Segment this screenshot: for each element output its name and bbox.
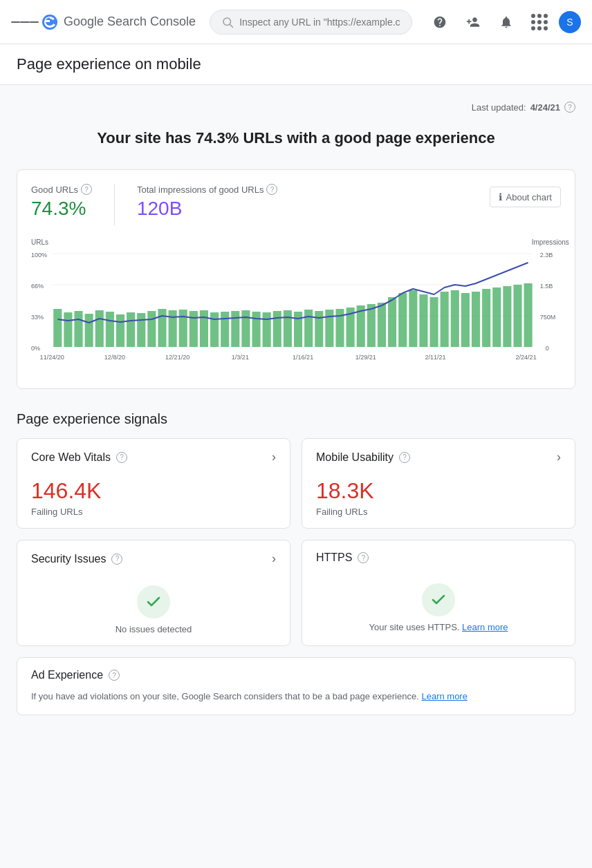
https-header: HTTPS ? <box>316 551 561 564</box>
svg-rect-17 <box>53 309 62 347</box>
signals-grid: Core Web Vitals ? › 146.4K Failing URLs … <box>17 438 575 646</box>
ad-experience-help-icon[interactable]: ? <box>109 670 120 681</box>
chart-metrics: Good URLs ? 74.3% Total impressions of g… <box>31 184 277 225</box>
avatar[interactable]: S <box>559 11 581 33</box>
svg-rect-43 <box>325 310 333 347</box>
svg-rect-58 <box>482 289 490 347</box>
page-title-bar: Page experience on mobile <box>0 44 592 85</box>
svg-rect-42 <box>315 311 323 347</box>
security-issues-check-text: No issues detected <box>115 624 192 634</box>
header-actions: S <box>426 8 581 36</box>
last-updated-date: 4/24/21 <box>530 102 560 113</box>
last-updated-help-icon[interactable]: ? <box>564 102 575 113</box>
core-web-vitals-header: Core Web Vitals ? › <box>31 450 276 464</box>
svg-text:66%: 66% <box>31 283 44 290</box>
svg-rect-61 <box>513 285 521 347</box>
svg-rect-60 <box>503 286 511 347</box>
about-chart-button[interactable]: ℹ About chart <box>490 187 562 207</box>
svg-rect-59 <box>492 287 501 347</box>
security-issues-help-icon[interactable]: ? <box>111 554 122 565</box>
svg-rect-54 <box>441 292 449 347</box>
https-card: HTTPS ? Your site uses HTTPS. Learn more <box>302 540 575 646</box>
svg-text:1/16/21: 1/16/21 <box>293 354 313 361</box>
svg-text:1/29/21: 1/29/21 <box>355 354 376 361</box>
core-web-vitals-chevron-icon[interactable]: › <box>272 450 276 464</box>
good-urls-metric: Good URLs ? 74.3% <box>31 184 92 220</box>
mobile-usability-chevron-icon[interactable]: › <box>557 450 561 464</box>
https-learn-more-link[interactable]: Learn more <box>462 622 508 632</box>
ad-experience-description: If you have ad violations on your site, … <box>31 690 561 704</box>
main-content: Last updated: 4/24/21 ? Your site has 74… <box>0 85 592 732</box>
svg-text:0: 0 <box>546 345 549 352</box>
help-icon <box>433 15 447 29</box>
mobile-usability-value: 18.3K <box>316 478 561 504</box>
menu-button[interactable] <box>11 8 39 36</box>
svg-rect-20 <box>85 314 93 347</box>
svg-text:1/3/21: 1/3/21 <box>232 354 249 361</box>
info-icon: ℹ <box>499 191 502 202</box>
bell-icon <box>499 15 513 29</box>
search-bar[interactable] <box>210 10 412 35</box>
apps-grid-icon <box>531 14 548 30</box>
help-button[interactable] <box>426 8 454 36</box>
svg-rect-27 <box>158 309 166 347</box>
core-web-vitals-help-icon[interactable]: ? <box>116 452 127 463</box>
ad-experience-card: Ad Experience ? If you have ad violation… <box>17 657 575 715</box>
search-input[interactable] <box>239 17 400 28</box>
svg-rect-51 <box>409 290 417 347</box>
page-title: Page experience on mobile <box>17 55 575 73</box>
svg-rect-18 <box>64 312 72 347</box>
svg-text:100%: 100% <box>31 252 47 258</box>
last-updated-label: Last updated: <box>472 102 526 113</box>
core-web-vitals-card: Core Web Vitals ? › 146.4K Failing URLs <box>17 438 290 529</box>
svg-rect-32 <box>210 312 219 347</box>
svg-line-2 <box>230 24 233 27</box>
svg-rect-23 <box>116 314 124 347</box>
svg-text:URLs: URLs <box>31 238 48 246</box>
impressions-help-icon[interactable]: ? <box>266 184 277 195</box>
svg-text:Impressions: Impressions <box>532 238 569 246</box>
notifications-button[interactable] <box>492 8 520 36</box>
mobile-usability-title: Mobile Usability ? <box>316 451 410 464</box>
good-urls-value: 74.3% <box>31 198 92 220</box>
https-title: HTTPS ? <box>316 551 369 564</box>
svg-rect-24 <box>127 312 135 347</box>
svg-rect-57 <box>472 292 480 347</box>
https-help-icon[interactable]: ? <box>358 552 369 563</box>
main-headline: Your site has 74.3% URLs with a good pag… <box>17 129 575 147</box>
good-urls-help-icon[interactable]: ? <box>81 184 92 195</box>
svg-rect-33 <box>221 312 229 347</box>
svg-rect-34 <box>231 311 239 347</box>
svg-text:11/24/20: 11/24/20 <box>40 354 64 361</box>
svg-rect-36 <box>252 312 261 347</box>
apps-button[interactable] <box>526 8 553 36</box>
https-check-icon <box>422 583 455 616</box>
mobile-usability-help-icon[interactable]: ? <box>399 452 410 463</box>
security-issues-title: Security Issues ? <box>31 553 122 565</box>
metric-divider <box>114 184 115 225</box>
mobile-usability-sublabel: Failing URLs <box>316 507 561 517</box>
svg-rect-28 <box>169 310 177 347</box>
manage-users-button[interactable] <box>459 8 487 36</box>
svg-rect-52 <box>419 294 427 347</box>
svg-text:2/24/21: 2/24/21 <box>515 354 536 361</box>
mobile-usability-card: Mobile Usability ? › 18.3K Failing URLs <box>302 438 575 529</box>
core-web-vitals-sublabel: Failing URLs <box>31 507 276 517</box>
svg-rect-35 <box>241 310 250 347</box>
svg-text:1.5B: 1.5B <box>540 283 553 290</box>
impressions-label: Total impressions of good URLs <box>137 185 264 195</box>
core-web-vitals-title: Core Web Vitals ? <box>31 451 127 464</box>
svg-text:2.3B: 2.3B <box>540 252 553 258</box>
svg-rect-56 <box>461 293 470 347</box>
svg-rect-47 <box>367 304 376 347</box>
chart-svg: URLs 100% 66% 33% 0% Impressions 2.3B 1.… <box>31 236 561 375</box>
svg-rect-25 <box>137 313 145 347</box>
svg-rect-40 <box>294 312 302 347</box>
ad-experience-learn-more-link[interactable]: Learn more <box>421 691 467 701</box>
last-updated: Last updated: 4/24/21 ? <box>17 102 575 113</box>
svg-rect-29 <box>179 310 187 347</box>
ad-experience-title: Ad Experience ? <box>31 669 561 681</box>
security-issues-check-icon <box>137 585 170 619</box>
svg-rect-37 <box>263 312 271 347</box>
security-issues-chevron-icon[interactable]: › <box>272 551 276 566</box>
